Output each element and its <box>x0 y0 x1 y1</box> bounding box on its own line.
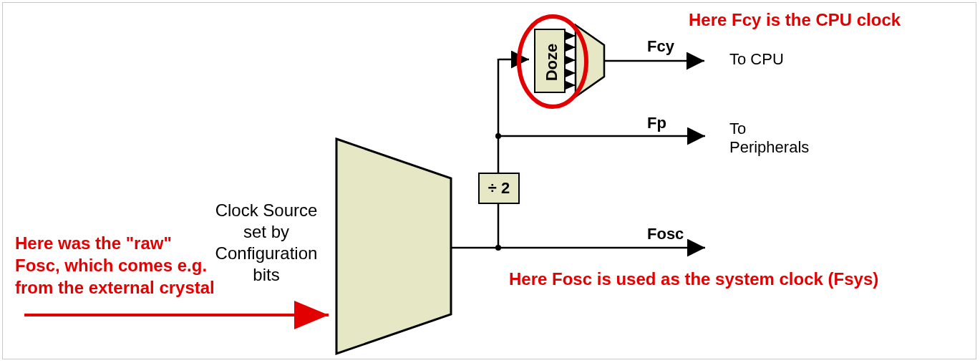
annotation-left-arrow <box>24 309 339 326</box>
clock-source-line3: Configuration <box>215 243 318 263</box>
clock-source-block <box>336 139 455 354</box>
svg-point-5 <box>495 133 501 139</box>
fp-dest: To Peripherals <box>729 120 809 158</box>
annotation-left-line3: from the external crystal <box>15 278 215 297</box>
fp-dest-line1: To <box>729 120 746 137</box>
clock-source-line4: bits <box>253 265 279 284</box>
fosc-line <box>451 244 716 258</box>
fcy-dest: To CPU <box>729 50 784 69</box>
annotation-top-right: Here Fcy is the CPU clock <box>689 9 901 31</box>
clock-source-label: Clock Source set by Configuration bits <box>202 200 331 286</box>
junction-dot-fp <box>495 132 503 141</box>
fcy-label: Fcy <box>647 37 674 56</box>
junction-dot-fosc <box>495 244 503 253</box>
fp-label: Fp <box>647 114 666 132</box>
annotation-left: Here was the "raw" Fosc, which comes e.g… <box>15 232 215 299</box>
divide-by-2-block: ÷ 2 <box>478 173 520 204</box>
vertical-split-line <box>495 59 503 251</box>
annotation-left-line2: Fosc, which comes e.g. <box>15 256 207 275</box>
fosc-label: Fosc <box>647 225 684 243</box>
svg-marker-0 <box>336 139 451 354</box>
fp-line <box>499 132 714 147</box>
annotation-bottom: Here Fosc is used as the system clock (F… <box>509 268 878 290</box>
svg-point-3 <box>495 245 501 251</box>
clock-source-line2: set by <box>243 222 289 241</box>
clock-source-line1: Clock Source <box>215 200 318 220</box>
annotation-left-line1: Here was the "raw" <box>15 233 172 253</box>
svg-point-14 <box>519 16 586 107</box>
divide-by-2-label: ÷ 2 <box>488 179 510 197</box>
doze-highlight-ellipse <box>513 13 592 113</box>
fp-dest-line2: Peripherals <box>729 138 809 156</box>
fcy-line <box>604 57 715 72</box>
